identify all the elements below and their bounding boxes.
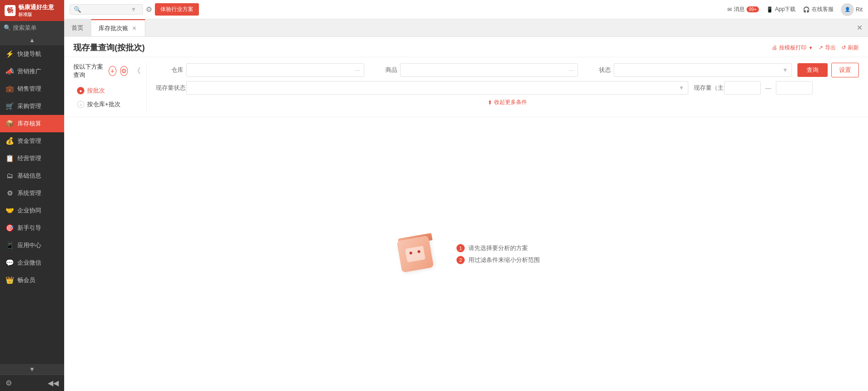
refresh-button[interactable]: ↺ 刷新 bbox=[841, 44, 859, 52]
print-chevron-icon[interactable]: ▼ bbox=[808, 45, 813, 50]
empty-step-2: 2 用过滤条件来缩小分析范围 bbox=[456, 256, 540, 264]
phone-icon: 📱 bbox=[766, 6, 773, 13]
filter-row-2: 现存量状态 ▼ 现存量（主） bbox=[156, 81, 859, 95]
sidebar-item-enterprise[interactable]: 🤝 企业协同 bbox=[0, 202, 64, 219]
warehouse-label: 仓库 bbox=[156, 66, 183, 74]
sidebar-item-inventory[interactable]: 📦 库存核算 bbox=[0, 115, 64, 132]
sales-icon: 💼 bbox=[5, 85, 14, 93]
inventory-status-label: 现存量状态 bbox=[156, 84, 183, 92]
settings-footer-icon[interactable]: ⚙ bbox=[5, 379, 12, 387]
filter-panel: 按以下方案查询 + ⚙ 《 ● 按批次 ○ bbox=[64, 57, 868, 117]
step-2-number: 2 bbox=[456, 256, 465, 264]
scheme-inactive-dot: ○ bbox=[77, 101, 84, 108]
sidebar-item-basic[interactable]: 🗂 基础信息 bbox=[0, 167, 64, 185]
filter-row-1: 仓库 ··· 商品 ··· bbox=[156, 63, 859, 77]
brand-title: 畅康通好生意 bbox=[18, 4, 54, 11]
topbar-right: ✉ 消息 99+ 📱 App下载 🎧 在线客服 👤 Rit bbox=[727, 3, 863, 16]
enterprise-icon: 🤝 bbox=[5, 206, 14, 215]
scheme-by-batch[interactable]: ● 按批次 bbox=[73, 84, 141, 98]
brand-text: 畅康通好生意 标准版 bbox=[18, 4, 54, 17]
status-select[interactable]: ▼ bbox=[614, 63, 792, 77]
topbar: 🔍 ▼ ⚙ 体验行业方案 ✉ 消息 99+ 📱 App下载 🎧 在线客服 bbox=[64, 0, 868, 19]
page-header: 现存量查询(按批次) 🖨 按模板打印 ▼ ↗ 导出 ↺ 刷新 bbox=[64, 37, 868, 57]
scheme-by-warehouse-batch[interactable]: ○ 按仓库+批次 bbox=[73, 98, 141, 111]
page-title: 现存量查询(按批次) bbox=[73, 42, 145, 53]
search-icon: 🔍 bbox=[4, 24, 11, 31]
collapse-more-button[interactable]: ⬆ 收起更多条件 bbox=[156, 95, 859, 108]
sidebar-search[interactable]: 🔍 搜索菜单 bbox=[0, 21, 64, 35]
tab-close-inventory-batch[interactable]: ✕ bbox=[131, 25, 137, 32]
empty-illustration bbox=[392, 231, 438, 277]
sidebar-item-finance[interactable]: 💰 资金管理 bbox=[0, 132, 64, 150]
inventory-qty-field: 现存量（主） — bbox=[694, 81, 859, 95]
sidebar-item-appcenter[interactable]: 📱 应用中心 bbox=[0, 237, 64, 254]
inventory-status-field: 现存量状态 ▼ bbox=[156, 81, 688, 95]
product-input[interactable]: ··· bbox=[400, 63, 578, 77]
sidebar-nav: ⚡ 快捷导航 📣 营销推广 💼 销售管理 🛒 采购管理 📦 库存核算 💰 资金管… bbox=[0, 45, 64, 364]
system-icon: ⚙ bbox=[5, 189, 14, 197]
purchase-icon: 🛒 bbox=[5, 102, 14, 110]
filter-header-title: 按以下方案查询 bbox=[73, 63, 105, 79]
inventory-qty-from[interactable] bbox=[724, 81, 761, 95]
sidebar-item-newuser[interactable]: 🎯 新手引导 bbox=[0, 219, 64, 237]
sidebar-item-system[interactable]: ⚙ 系统管理 bbox=[0, 185, 64, 202]
basic-icon: 🗂 bbox=[5, 172, 14, 180]
tab-home[interactable]: 首页 bbox=[64, 19, 91, 36]
messages-button[interactable]: ✉ 消息 99+ bbox=[727, 5, 759, 13]
scheme-active-dot: ● bbox=[77, 87, 84, 94]
range-dash: — bbox=[764, 85, 773, 92]
appcenter-icon: 📱 bbox=[5, 241, 14, 250]
user-area[interactable]: 👤 Rit bbox=[841, 3, 863, 16]
sidebar-item-wechat[interactable]: 💬 企业微信 bbox=[0, 254, 64, 272]
refresh-icon: ↺ bbox=[841, 44, 846, 51]
sidebar-item-sales[interactable]: 💼 销售管理 bbox=[0, 80, 64, 98]
member-icon: 👑 bbox=[5, 276, 14, 284]
inventory-status-chevron-icon[interactable]: ▼ bbox=[679, 85, 684, 91]
scheme-settings-button[interactable]: ⚙ bbox=[120, 66, 128, 76]
messages-icon: ✉ bbox=[727, 6, 732, 13]
topbar-settings-icon[interactable]: ⚙ bbox=[146, 5, 152, 14]
status-chevron-icon[interactable]: ▼ bbox=[782, 67, 788, 73]
industry-solution-button[interactable]: 体验行业方案 bbox=[155, 3, 199, 16]
gear-icon: ⚙ bbox=[121, 67, 127, 75]
sidebar-item-marketing[interactable]: 📣 营销推广 bbox=[0, 63, 64, 80]
sidebar-footer: ⚙ ◀◀ bbox=[0, 375, 64, 391]
filter-header: 按以下方案查询 + ⚙ 《 bbox=[73, 63, 141, 79]
scheme-collapse-button[interactable]: 《 bbox=[133, 66, 141, 76]
topbar-search-area[interactable]: 🔍 ▼ bbox=[70, 4, 143, 15]
sidebar-header: 畅 畅康通好生意 标准版 bbox=[0, 0, 64, 21]
empty-box-face bbox=[405, 246, 426, 262]
collapse-sidebar-icon[interactable]: ◀◀ bbox=[48, 379, 59, 387]
topbar-search-input[interactable] bbox=[83, 6, 129, 13]
print-template-button[interactable]: 🖨 按模板打印 ▼ bbox=[772, 44, 813, 52]
inventory-status-select[interactable]: ▼ bbox=[186, 81, 688, 95]
filter-actions: 查询 设置 bbox=[797, 63, 859, 77]
add-scheme-button[interactable]: + bbox=[109, 66, 116, 76]
sidebar-item-ops[interactable]: 📋 经营管理 bbox=[0, 150, 64, 167]
sidebar-item-member[interactable]: 👑 畅会员 bbox=[0, 272, 64, 289]
sidebar-scroll-up[interactable]: ▲ bbox=[0, 35, 64, 45]
brand-subtitle: 标准版 bbox=[18, 11, 54, 17]
query-button[interactable]: 查询 bbox=[797, 63, 828, 77]
tab-inventory-batch[interactable]: 库存批次账 ✕ bbox=[91, 19, 145, 36]
warehouse-more-icon[interactable]: ··· bbox=[355, 66, 360, 74]
newuser-icon: 🎯 bbox=[5, 224, 14, 232]
inventory-qty-to[interactable] bbox=[776, 81, 813, 95]
sidebar-item-purchase[interactable]: 🛒 采购管理 bbox=[0, 98, 64, 115]
sidebar-item-quick-nav[interactable]: ⚡ 快捷导航 bbox=[0, 45, 64, 63]
export-button[interactable]: ↗ 导出 bbox=[819, 44, 836, 52]
brand-logo: 畅 bbox=[5, 5, 16, 16]
filter-left-panel: 按以下方案查询 + ⚙ 《 ● 按批次 ○ bbox=[73, 63, 147, 111]
settings-button[interactable]: 设置 bbox=[831, 63, 859, 77]
app-download-button[interactable]: 📱 App下载 bbox=[766, 5, 796, 13]
username-label: Rit bbox=[856, 6, 863, 13]
warehouse-field: 仓库 ··· bbox=[156, 63, 364, 77]
avatar: 👤 bbox=[841, 3, 854, 16]
tab-bar-close-button[interactable]: ✕ bbox=[851, 19, 868, 36]
warehouse-input[interactable]: ··· bbox=[186, 63, 364, 77]
online-support-button[interactable]: 🎧 在线客服 bbox=[803, 5, 834, 13]
empty-box-body bbox=[396, 235, 434, 272]
topbar-dropdown-icon[interactable]: ▼ bbox=[131, 6, 137, 13]
product-more-icon[interactable]: ··· bbox=[569, 66, 574, 74]
sidebar-scroll-down[interactable]: ▼ bbox=[0, 364, 64, 375]
